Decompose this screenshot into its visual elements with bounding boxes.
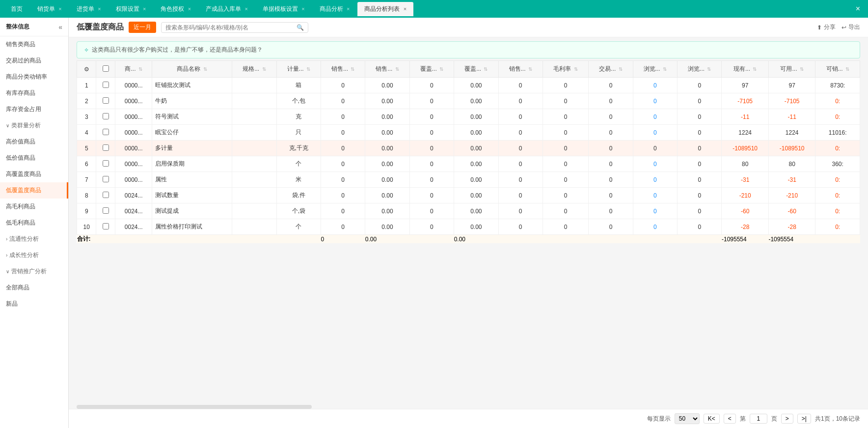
cell-checkbox[interactable] [96, 93, 115, 109]
sidebar-collapse-button[interactable]: « [58, 23, 62, 31]
search-icon[interactable]: 🔍 [297, 24, 304, 31]
sidebar-section-liquidity[interactable]: › 流通性分析 [0, 231, 68, 247]
col-code[interactable]: 商... ⇅ [115, 61, 152, 78]
cell-checkbox[interactable] [96, 156, 115, 172]
cell-view1[interactable]: 0 [633, 141, 677, 156]
col-sales-qty[interactable]: 销售... ⇅ [321, 61, 365, 78]
cell-view1[interactable]: 0 [633, 93, 677, 109]
cell-gross-rate: 0 [542, 188, 588, 203]
page-number-input[interactable] [750, 414, 767, 424]
close-icon[interactable]: × [58, 6, 61, 12]
row-checkbox[interactable] [103, 192, 109, 198]
close-icon[interactable]: × [98, 6, 101, 12]
share-button[interactable]: ⬆ 分享 [817, 23, 836, 31]
col-name[interactable]: 商品名称 ⇅ [152, 61, 232, 78]
close-icon[interactable]: × [244, 6, 247, 12]
cell-checkbox[interactable] [96, 219, 115, 235]
cell-view1[interactable]: 0 [633, 188, 677, 203]
cell-no: 8 [77, 188, 96, 203]
col-unit[interactable]: 计量... ⇅ [276, 61, 321, 78]
row-checkbox[interactable] [103, 113, 109, 119]
nav-tab-product-analysis[interactable]: 商品分析 × [313, 2, 357, 16]
export-button[interactable]: ↩ 导出 [841, 23, 860, 31]
row-checkbox[interactable] [103, 160, 109, 167]
col-gross-rate[interactable]: 毛利率 ⇅ [542, 61, 588, 78]
cell-view1[interactable]: 0 [633, 109, 677, 125]
col-sales-amt[interactable]: 销售... ⇅ [365, 61, 409, 78]
sidebar-item-new-products[interactable]: 新品 [0, 296, 68, 312]
horizontal-scrollbar[interactable] [77, 405, 860, 409]
sidebar-item-all-products[interactable]: 全部商品 [0, 280, 68, 296]
col-view2[interactable]: 浏览... ⇅ [678, 61, 722, 78]
col-spec[interactable]: 规格... ⇅ [232, 61, 276, 78]
row-checkbox[interactable] [103, 223, 109, 229]
nav-tab-purchase[interactable]: 进货单 × [70, 2, 108, 16]
cell-checkbox[interactable] [96, 78, 115, 93]
nav-tab-role[interactable]: 角色授权 × [154, 2, 198, 16]
sidebar-item-low-gross[interactable]: 低毛利商品 [0, 215, 68, 231]
col-coverage1[interactable]: 覆盖... ⇅ [409, 61, 454, 78]
sidebar-section-group-analysis[interactable]: ∨ 类群量分析 [0, 117, 68, 134]
sidebar-item-category-rate[interactable]: 商品分类动销率 [0, 69, 68, 85]
sidebar-item-high-gross[interactable]: 高毛利商品 [0, 199, 68, 215]
per-page-select[interactable]: 10 20 50 100 [675, 413, 700, 424]
col-sales-other[interactable]: 销售... ⇅ [498, 61, 542, 78]
col-transaction[interactable]: 交易... ⇅ [589, 61, 633, 78]
prev-page-button[interactable]: < [724, 414, 736, 424]
last-page-button[interactable]: >| [797, 414, 811, 424]
sidebar-item-low-value[interactable]: 低价值商品 [0, 150, 68, 166]
nav-tab-template[interactable]: 单据模板设置 × [256, 2, 312, 16]
date-filter-button[interactable]: 近一月 [129, 22, 156, 33]
col-settings[interactable]: ⚙ [77, 61, 96, 78]
cell-checkbox[interactable] [96, 141, 115, 156]
nav-tab-home[interactable]: 首页 [4, 2, 29, 16]
sidebar-section-marketing[interactable]: ∨ 营销推广分析 [0, 263, 68, 280]
sidebar-item-high-value[interactable]: 高价值商品 [0, 134, 68, 150]
cell-view1[interactable]: 0 [633, 219, 677, 235]
row-checkbox[interactable] [103, 97, 109, 104]
sidebar-item-low-coverage[interactable]: 低覆盖度商品 [0, 182, 68, 199]
row-checkbox[interactable] [103, 176, 109, 182]
col-coverage2[interactable]: 覆盖... ⇅ [454, 61, 498, 78]
sidebar-section-growth[interactable]: › 成长性分析 [0, 247, 68, 263]
nav-tab-product-analysis-list[interactable]: 商品分析列表 × [357, 2, 413, 16]
sidebar-item-stock-capital[interactable]: 库存资金占用 [0, 101, 68, 117]
cell-checkbox[interactable] [96, 109, 115, 125]
cell-checkbox[interactable] [96, 172, 115, 188]
cell-checkbox[interactable] [96, 188, 115, 203]
col-view1[interactable]: 浏览... ⇅ [633, 61, 677, 78]
col-current[interactable]: 现有... ⇅ [722, 61, 768, 78]
cell-view1[interactable]: 0 [633, 125, 677, 141]
close-icon[interactable]: × [143, 6, 146, 12]
close-icon[interactable]: × [301, 6, 304, 12]
close-all-button[interactable]: × [852, 4, 864, 13]
sidebar-item-sales-products[interactable]: 销售类商品 [0, 36, 68, 53]
nav-tab-permission[interactable]: 权限设置 × [109, 2, 153, 16]
close-icon[interactable]: × [347, 6, 350, 12]
cell-view1[interactable]: 0 [633, 156, 677, 172]
cell-view1[interactable]: 0 [633, 78, 677, 93]
cell-view1[interactable]: 0 [633, 172, 677, 188]
nav-tab-product-in[interactable]: 产成品入库单 × [199, 2, 255, 16]
search-input[interactable] [165, 24, 294, 31]
col-sellable[interactable]: 可销... ⇅ [815, 61, 860, 78]
col-available[interactable]: 可用... ⇅ [768, 61, 815, 78]
sidebar-item-traded-products[interactable]: 交易过的商品 [0, 53, 68, 69]
scrollbar-thumb[interactable] [77, 405, 312, 409]
first-page-button[interactable]: K< [704, 414, 720, 424]
cell-checkbox[interactable] [96, 203, 115, 219]
next-page-button[interactable]: > [781, 414, 793, 424]
nav-tab-sales[interactable]: 销货单 × [30, 2, 69, 16]
row-checkbox[interactable] [103, 82, 109, 88]
settings-icon[interactable]: ⚙ [84, 66, 89, 73]
row-checkbox[interactable] [103, 129, 109, 135]
select-all-checkbox[interactable] [103, 65, 109, 72]
row-checkbox[interactable] [103, 207, 109, 214]
close-icon[interactable]: × [188, 6, 191, 12]
cell-view1[interactable]: 0 [633, 203, 677, 219]
row-checkbox[interactable] [103, 144, 109, 151]
sidebar-item-high-coverage[interactable]: 高覆盖度商品 [0, 166, 68, 182]
close-icon[interactable]: × [404, 6, 407, 12]
sidebar-item-in-stock[interactable]: 有库存商品 [0, 85, 68, 101]
cell-checkbox[interactable] [96, 125, 115, 141]
